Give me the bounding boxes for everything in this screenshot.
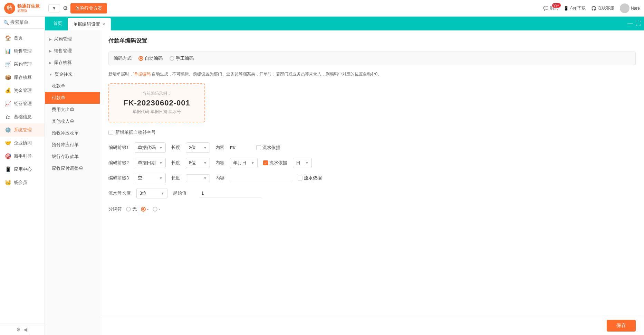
sidebar-nav: 🏠 首页 📊 销售管理 🛒 采购管理 📦 库存核算 💰 资金管理 📈 经	[0, 29, 45, 324]
sec-nav-prepay-recv[interactable]: 预收冲应收单	[45, 127, 100, 139]
tab-minimize-icon[interactable]: —	[627, 20, 633, 27]
sidebar-item-home[interactable]: 🏠 首页	[0, 31, 45, 45]
prefix3-row: 编码前缀3 空 ▼ 长度 ▼ 内容	[108, 173, 636, 183]
sidebar-item-ops[interactable]: 📈 经营管理	[0, 97, 45, 110]
sidebar: 🔍 搜索菜单 🏠 首页 📊 销售管理 🛒 采购管理 📦 库存核算 💰	[0, 17, 45, 335]
secondary-sidebar: ▶ 采购管理 ▶ 销售管理 ▶ 库存核算	[45, 30, 100, 335]
sidebar-item-appstore[interactable]: 📱 应用中心	[0, 163, 45, 176]
stream3-checkbox[interactable]: 流水依据	[298, 175, 322, 181]
user-item[interactable]: Nare	[620, 3, 640, 13]
serial-len-arrow-icon: ▼	[161, 192, 164, 195]
app-download-item[interactable]: 📱 App下载	[564, 5, 586, 11]
sidebar-item-fund[interactable]: 💰 资金管理	[0, 84, 45, 97]
sidebar-search[interactable]: 🔍 搜索菜单	[0, 17, 45, 29]
prefix2-arrow-icon: ▼	[159, 161, 163, 165]
sec-nav-inventory[interactable]: ▶ 库存核算	[45, 57, 100, 68]
app-icon: 📱	[564, 6, 569, 11]
sidebar-item-coop[interactable]: 🤝 企业协同	[0, 137, 45, 150]
sep-dash-label: -	[147, 207, 148, 212]
sidebar-item-inventory[interactable]: 📦 库存核算	[0, 71, 45, 84]
sec-nav-bank[interactable]: 银行存取款单	[45, 151, 100, 162]
tab-home[interactable]: 首页	[48, 17, 68, 30]
service-item[interactable]: 🎧 在线客服	[591, 5, 614, 11]
content3-label: 内容	[215, 175, 224, 181]
logo-main: 畅通好生意	[17, 3, 40, 9]
content2-select[interactable]: 年月日 ▼	[230, 158, 258, 168]
sep-dot-radio[interactable]: ·	[153, 207, 160, 212]
stream2-unit-arrow-icon: ▼	[305, 161, 309, 165]
sep-none-radio[interactable]: 无	[126, 206, 137, 212]
save-button[interactable]: 保存	[607, 320, 636, 332]
prefix1-select[interactable]: 单据代码 ▼	[135, 142, 166, 153]
serial-len-select[interactable]: 3位 ▼	[136, 188, 167, 198]
sec-nav-expense[interactable]: 费用支出单	[45, 104, 100, 115]
prefix1-label: 编码前缀1	[108, 145, 129, 151]
arrow-right-icon: ▶	[49, 61, 52, 65]
sep-dot-dot	[153, 207, 157, 212]
sec-nav-payment[interactable]: 付款单	[45, 92, 100, 104]
preview-value: FK-20230602-001	[117, 99, 196, 108]
sec-nav-sales-label: 销售管理	[54, 48, 72, 54]
manual-encode-radio[interactable]: 手工编码	[170, 55, 194, 62]
sep-none-dot	[126, 207, 131, 212]
prefix2-label: 编码前缀2	[108, 160, 129, 166]
auto-fill-label: 新增单据自动补空号	[115, 129, 156, 136]
user-name: Nare	[631, 6, 640, 11]
app-label: App下载	[570, 5, 586, 11]
stream1-checkbox[interactable]: 流水依据	[256, 145, 280, 151]
message-item[interactable]: 💬 消息 99+	[543, 5, 558, 11]
stream2-unit-select[interactable]: 日 ▼	[293, 158, 312, 168]
tab-bar: 首页 单据编码设置 ✕ — ⛶	[45, 17, 644, 30]
search-label: 搜索菜单	[10, 19, 28, 26]
stream2-check-mark: ✓	[264, 161, 267, 165]
len2-select[interactable]: 8位 ▼	[186, 158, 210, 168]
auto-encode-radio[interactable]: 自动编码	[138, 55, 163, 62]
sec-nav-fund[interactable]: ▼ 资金往来	[45, 68, 100, 80]
sep-dash-radio[interactable]: -	[141, 207, 148, 212]
sidebar-item-member[interactable]: 👑 畅会员	[0, 176, 45, 189]
sidebar-item-system[interactable]: ⚙️ 系统管理	[0, 123, 45, 137]
trial-button[interactable]: 体验行业方案	[70, 3, 107, 13]
sec-nav-adjust[interactable]: 应收应付调整单	[45, 162, 100, 174]
len3-arrow-icon: ▼	[203, 176, 207, 180]
sec-nav-group-fund: ▼ 资金往来 收款单 付款单 费用支出单 其他收入单	[45, 68, 100, 174]
gear-icon[interactable]: ⚙	[63, 5, 68, 11]
stream3-check-box	[298, 176, 302, 180]
tab-code-setting[interactable]: 单据编码设置 ✕	[68, 18, 111, 30]
collapse-icon[interactable]: ◀|	[23, 327, 29, 332]
dropdown-button[interactable]: ▼	[48, 4, 60, 12]
sec-nav-other-income[interactable]: 其他收入单	[45, 115, 100, 127]
sidebar-item-guide[interactable]: 🎯 新手引导	[0, 150, 45, 163]
sec-nav-purchase[interactable]: ▶ 采购管理	[45, 33, 100, 45]
len3-select[interactable]: ▼	[186, 174, 210, 182]
start-input[interactable]	[199, 189, 261, 197]
sec-nav-prepay-pay[interactable]: 预付冲应付单	[45, 139, 100, 151]
sec-nav-group-purchase: ▶ 采购管理	[45, 33, 100, 45]
tab-expand-icon[interactable]: ⛶	[636, 20, 641, 27]
sidebar-item-purchase[interactable]: 🛒 采购管理	[0, 58, 45, 71]
header-middle: ▼ ⚙ 体验行业方案	[48, 3, 540, 13]
sec-nav-sales[interactable]: ▶ 销售管理	[45, 45, 100, 57]
sidebar-item-label: 资金管理	[14, 87, 32, 94]
stream2-label: 流水依据	[269, 160, 287, 166]
separator-row: 分隔符 无 -	[108, 206, 636, 212]
sidebar-item-basic[interactable]: 🗂 基础信息	[0, 110, 45, 123]
auto-fill-checkbox[interactable]	[108, 130, 113, 135]
content2-arrow-icon: ▼	[251, 161, 254, 165]
sec-nav-fund-label: 资金往来	[55, 71, 73, 77]
len3-label: 长度	[171, 175, 180, 181]
len1-select[interactable]: 2位 ▼	[186, 142, 210, 153]
stream2-checkbox[interactable]: ✓ 流水依据	[263, 160, 287, 166]
info-text: 新增单据时，'单据编码'自动生成，不可编辑。前缀设置为部门、业务员等档案类，开单…	[108, 71, 636, 77]
sidebar-item-label: 企业协同	[14, 140, 32, 146]
sep-options: 无 - ·	[126, 206, 160, 212]
tab-close-icon[interactable]: ✕	[102, 22, 105, 27]
settings-bottom-icon[interactable]: ⚙	[16, 327, 21, 332]
sec-nav-receipt[interactable]: 收款单	[45, 80, 100, 92]
content3-input[interactable]	[230, 174, 292, 182]
serial-row: 流水号长度 3位 ▼ 起始值	[108, 188, 636, 198]
prefix3-select[interactable]: 空 ▼	[135, 173, 166, 183]
stream1-label: 流水依据	[262, 145, 280, 151]
prefix2-select[interactable]: 单据日期 ▼	[135, 158, 166, 168]
sidebar-item-sales[interactable]: 📊 销售管理	[0, 45, 45, 58]
